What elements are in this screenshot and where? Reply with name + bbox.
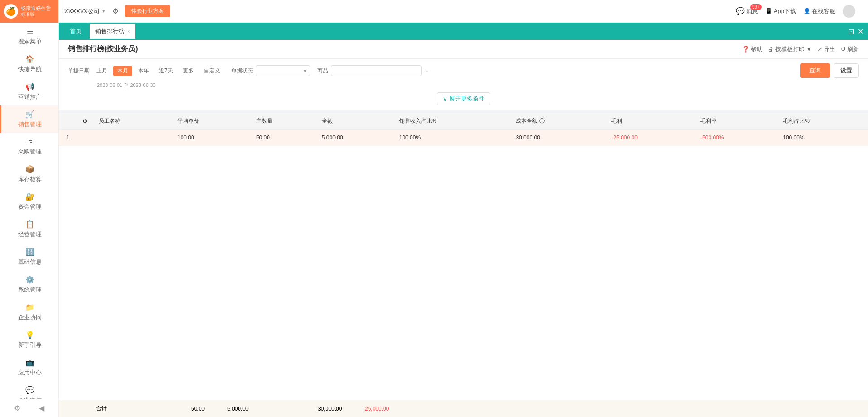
logo-icon: 🍊 — [4, 4, 18, 19]
tab-home[interactable]: 首页 — [62, 24, 89, 39]
export-button[interactable]: ↗ 导出 — [817, 45, 835, 53]
logo-sub: 标准版 — [21, 11, 51, 18]
date-range-display: 2023-06-01 至 2023-06-30 — [68, 81, 859, 89]
col-gross-rate: 毛利率 — [695, 113, 777, 130]
cell-qty: 50.00 — [251, 130, 317, 146]
tab-sales-ranking-label: 销售排行榜 — [95, 27, 125, 35]
expand-conditions-button[interactable]: ∨ 展开更多条件 — [437, 92, 490, 105]
col-employee-name: 员工名称 — [93, 113, 172, 130]
query-button[interactable]: 查询 — [800, 63, 830, 78]
sidebar-item-marketing[interactable]: 📢 营销推广 — [0, 78, 58, 105]
cell-avg-price: 100.00 — [172, 130, 251, 146]
tab-close-button[interactable]: ✕ — [858, 27, 863, 36]
col-settings-icon[interactable]: ⚙ — [77, 113, 93, 130]
status-select-wrap: ▼ — [256, 65, 310, 76]
date-tab-this-year[interactable]: 本年 — [134, 66, 153, 76]
avatar[interactable] — [843, 5, 855, 18]
main-area: XXXXXX公司 ▼ ⚙ 体验行业方案 💬 消息 99+ 📱 App下载 👤 在… — [59, 0, 868, 417]
app-download-button[interactable]: 📱 App下载 — [765, 7, 796, 15]
rankings-table: ⚙ 员工名称 平均单价 主数量 全额 销售收入占比% 成本全额 ⓘ 毛利 毛利率… — [59, 113, 868, 146]
refresh-button[interactable]: ↺ 刷新 — [841, 45, 859, 53]
filter-bar: 单据日期 上月 本月 本年 近7天 更多 自定义 单据状态 — [59, 59, 868, 110]
finance-icon: 🔐 — [25, 192, 34, 201]
print-icon: 🖨 — [768, 46, 774, 53]
col-rank — [59, 113, 77, 130]
date-tab-more[interactable]: 更多 — [179, 66, 198, 76]
basic-info-icon: 🔢 — [25, 248, 34, 256]
page-header-actions: ❓ 帮助 🖨 按模板打印 ▼ ↗ 导出 ↺ 刷新 — [742, 45, 859, 53]
footer-label: 合计 — [96, 405, 150, 412]
date-tab-this-month[interactable]: 本月 — [113, 66, 132, 76]
cell-rank: 1 — [59, 130, 77, 146]
tabbar: 首页 销售排行榜 × ⊡ ✕ — [59, 23, 868, 40]
sidebar-item-system[interactable]: ⚙️ 系统管理 — [0, 271, 58, 298]
sidebar-item-operations[interactable]: 📋 经营管理 — [0, 216, 58, 243]
help-icon: ❓ — [742, 46, 749, 53]
app-center-icon: 📺 — [25, 358, 34, 367]
table-row: 1100.0050.005,000.00100.00%30,000.00-25,… — [59, 130, 868, 146]
enterprise-icon: 📁 — [25, 303, 34, 312]
filter-settings-button[interactable]: 设置 — [834, 63, 859, 78]
table-settings-icon: ⚙ — [82, 118, 88, 125]
logo-text: 畅康通好生意 — [21, 5, 51, 11]
tab-restore-button[interactable]: ⊡ — [848, 27, 854, 36]
print-button[interactable]: 🖨 按模板打印 ▼ — [768, 45, 812, 53]
sidebar-item-quick-nav[interactable]: 🏠 快捷导航 — [0, 50, 58, 78]
table-scroll: ⚙ 员工名称 平均单价 主数量 全额 销售收入占比% 成本全额 ⓘ 毛利 毛利率… — [59, 113, 868, 400]
product-filter: 商品 ··· — [317, 65, 429, 76]
page-header: 销售排行榜(按业务员) ❓ 帮助 🖨 按模板打印 ▼ ↗ 导出 ↺ 刷新 — [59, 40, 868, 59]
filter-row-1: 单据日期 上月 本月 本年 近7天 更多 自定义 单据状态 — [68, 63, 859, 78]
col-qty: 主数量 — [251, 113, 317, 130]
status-filter-label: 单据状态 — [231, 67, 253, 75]
footer-collapse-icon[interactable]: ◀ — [39, 404, 44, 412]
cell-gross-rate: -500.00% — [695, 130, 777, 146]
table-area: ⚙ 员工名称 平均单价 主数量 全额 销售收入占比% 成本全额 ⓘ 毛利 毛利率… — [59, 113, 868, 417]
sidebar-item-finance[interactable]: 🔐 资金管理 — [0, 188, 58, 216]
company-selector[interactable]: XXXXXX公司 ▼ — [64, 7, 106, 15]
col-avg-price: 平均单价 — [172, 113, 251, 130]
status-select[interactable] — [256, 65, 310, 76]
message-button[interactable]: 💬 消息 99+ — [736, 7, 758, 15]
product-more-icon[interactable]: ··· — [424, 67, 429, 74]
company-arrow-icon: ▼ — [101, 9, 106, 14]
topbar-right: 💬 消息 99+ 📱 App下载 👤 在线客服 — [736, 5, 863, 18]
inventory-icon: 📦 — [25, 165, 34, 173]
quick-nav-icon: 🏠 — [25, 55, 34, 63]
purchase-icon: 🛍 — [26, 138, 34, 146]
sidebar-item-sales[interactable]: 🛒 销售管理 — [0, 105, 58, 133]
sidebar-item-wechat[interactable]: 💬 企业微信 — [0, 381, 58, 399]
date-filter-label: 单据日期 — [68, 67, 90, 75]
date-tab-last-month[interactable]: 上月 — [92, 66, 111, 76]
date-range-text: 2023-06-01 至 2023-06-30 — [97, 82, 156, 88]
footer-settings-icon[interactable]: ⚙ — [14, 404, 20, 412]
system-icon: ⚙️ — [25, 275, 34, 284]
footer-amount: 5,000.00 — [227, 406, 273, 412]
help-button[interactable]: ❓ 帮助 — [742, 45, 762, 53]
sidebar-item-purchase[interactable]: 🛍 采购管理 — [0, 133, 58, 160]
date-tab-custom[interactable]: 自定义 — [200, 66, 224, 76]
date-tab-7days[interactable]: 近7天 — [155, 66, 177, 76]
sidebar-logo: 🍊 畅康通好生意 标准版 — [0, 0, 58, 23]
topbar-settings-icon[interactable]: ⚙ — [112, 7, 119, 15]
sidebar-item-search-order[interactable]: ☰ 搜索菜单 — [0, 23, 58, 50]
tab-close-icon[interactable]: × — [127, 29, 130, 34]
trial-button[interactable]: 体验行业方案 — [125, 5, 170, 17]
sales-icon: 🛒 — [25, 110, 34, 119]
sidebar-footer: ⚙ ◀ — [0, 399, 58, 417]
online-service-button[interactable]: 👤 在线客服 — [803, 7, 835, 15]
col-gross-pct: 毛利占比% — [777, 113, 868, 130]
sidebar-item-guide[interactable]: 💡 新手引导 — [0, 326, 58, 354]
cell-settings — [77, 130, 93, 146]
tab-sales-ranking[interactable]: 销售排行榜 × — [90, 24, 135, 39]
marketing-icon: 📢 — [25, 82, 34, 91]
cell-name — [93, 130, 172, 146]
message-badge: 99+ — [750, 4, 762, 10]
sidebar-item-basic-info[interactable]: 🔢 基础信息 — [0, 243, 58, 271]
sidebar-item-inventory[interactable]: 📦 库存核算 — [0, 160, 58, 188]
table-footer-row: 合计 50.00 5,000.00 30,000.00 -25,000.00 — [59, 400, 868, 417]
topbar: XXXXXX公司 ▼ ⚙ 体验行业方案 💬 消息 99+ 📱 App下载 👤 在… — [59, 0, 868, 23]
sidebar-item-app-center[interactable]: 📺 应用中心 — [0, 354, 58, 381]
sidebar-item-enterprise[interactable]: 📁 企业协同 — [0, 298, 58, 326]
sidebar: 🍊 畅康通好生意 标准版 ☰ 搜索菜单 🏠 快捷导航 📢 营销推广 🛒 销售管理… — [0, 0, 59, 417]
product-input[interactable] — [331, 65, 422, 76]
